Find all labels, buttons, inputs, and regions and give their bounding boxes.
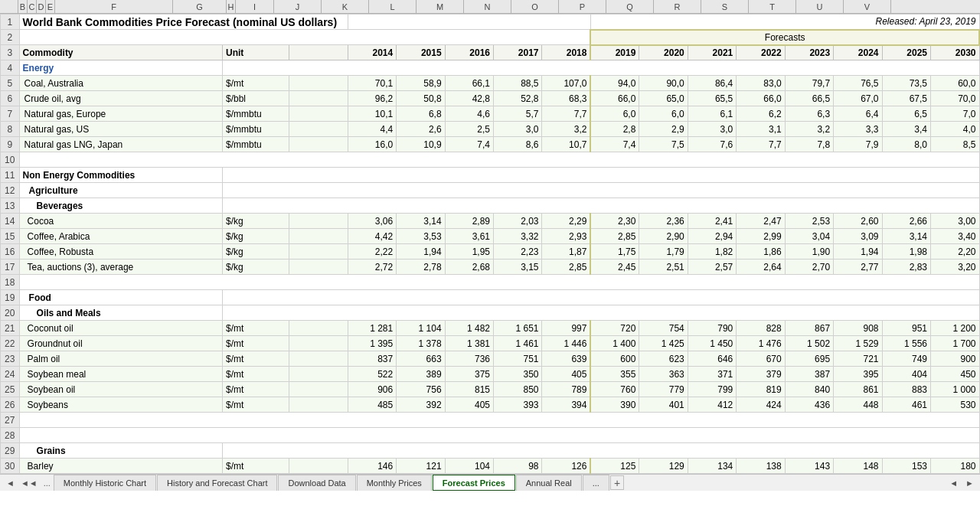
row-tea: 17 Tea, auctions (3), average $/kg 2,72 … xyxy=(1,260,980,275)
rownum-4: 4 xyxy=(1,60,20,76)
row-blank-18: 18 xyxy=(1,275,980,290)
col-header-h: H xyxy=(227,0,236,13)
col-header-p: P xyxy=(559,0,606,13)
row-cocoa: 14 Cocoa $/kg 3,06 3,14 2,89 2,03 2,29 2… xyxy=(1,214,980,229)
section-beverages: Beverages xyxy=(19,198,222,214)
coal-2017: 88,5 xyxy=(494,76,542,91)
col-header-j: J xyxy=(274,0,322,13)
row-grains-section: 29 Grains xyxy=(1,443,980,459)
row-groundnut-oil: 22 Groundnut oil $/mt 1 395 1 378 1 381 … xyxy=(1,336,980,351)
col-header-k: K xyxy=(322,0,369,13)
row-barley: 30 Barley $/mt 146 121 104 98 126 125 12… xyxy=(1,459,980,474)
header-2019: 2019 xyxy=(590,45,639,60)
header-unit: Unit xyxy=(222,45,289,60)
row-blank-28: 28 xyxy=(1,428,980,443)
rownum-2: 2 xyxy=(1,30,20,45)
tab-ellipsis-left: ... xyxy=(41,478,54,488)
rownum-11: 11 xyxy=(1,168,20,183)
row-coal: 5 Coal, Australia $/mt 70,1 58,9 66,1 88… xyxy=(1,76,980,91)
tab-nav-prev2[interactable]: ◄◄ xyxy=(18,478,41,488)
col-header-o: O xyxy=(511,0,559,13)
row-natgas-eu: 7 Natural gas, Europe $/mmbtu 10,1 6,8 4… xyxy=(1,106,980,122)
row-title: 1 World Bank Commodities Price Forecast … xyxy=(1,15,980,30)
rownum-20: 20 xyxy=(1,305,20,321)
col-header-c: C xyxy=(28,0,37,13)
tab-nav-prev[interactable]: ◄ xyxy=(3,478,18,488)
coal-2019: 94,0 xyxy=(590,76,639,91)
section-agriculture: Agriculture xyxy=(19,183,222,198)
col-header-v: V xyxy=(844,0,891,13)
row-food: 19 Food xyxy=(1,290,980,305)
rownum-24: 24 xyxy=(1,367,20,382)
rownum-8: 8 xyxy=(1,122,20,137)
col-header-row: B C D E F G H I J K L M N O P Q R S T U … xyxy=(0,0,980,14)
header-2020: 2020 xyxy=(639,45,688,60)
tab-monthly-historic[interactable]: Monthly Historic Chart xyxy=(54,475,156,491)
tab-add-button[interactable]: + xyxy=(610,475,624,490)
coal-2022: 83,0 xyxy=(737,76,785,91)
rownum-18: 18 xyxy=(1,275,20,290)
tab-history-forecast[interactable]: History and Forecast Chart xyxy=(157,475,277,491)
row-coffee-arabica: 15 Coffee, Arabica $/kg 4,42 3,53 3,61 3… xyxy=(1,229,980,244)
data-table: 1 World Bank Commodities Price Forecast … xyxy=(0,14,980,474)
col-header-d: D xyxy=(37,0,46,13)
row-blank-27: 27 xyxy=(1,413,980,428)
spacer-2 xyxy=(19,30,590,45)
row-palm-oil: 23 Palm oil $/mt 837 663 736 751 639 600… xyxy=(1,351,980,367)
header-2015: 2015 xyxy=(397,45,445,60)
col-header-m: M xyxy=(416,0,464,13)
row-natgas-us: 8 Natural gas, US $/mmbtu 4,4 2,6 2,5 3,… xyxy=(1,122,980,137)
lng-name: Natural gas LNG, Japan xyxy=(19,137,222,152)
coal-name: Coal, Australia xyxy=(19,76,222,91)
row-oils: 20 Oils and Meals xyxy=(1,305,980,321)
section-nonenergy: Non Energy Commodities xyxy=(19,168,222,183)
rownum-17: 17 xyxy=(1,260,20,275)
rownum-30: 30 xyxy=(1,459,20,474)
rownum-3: 3 xyxy=(1,45,20,60)
section-energy: Energy xyxy=(19,60,222,76)
tab-annual-real[interactable]: Annual Real xyxy=(516,475,582,491)
coal-2015: 58,9 xyxy=(397,76,445,91)
rownum-16: 16 xyxy=(1,244,20,260)
row-coconut-oil: 21 Coconut oil $/mt 1 281 1 104 1 482 1 … xyxy=(1,321,980,336)
rownum-10: 10 xyxy=(1,152,20,168)
rownum-9: 9 xyxy=(1,137,20,152)
natgas-eu-name: Natural gas, Europe xyxy=(19,106,222,122)
rownum-1: 1 xyxy=(1,15,20,30)
col-header-e: E xyxy=(46,0,55,13)
header-2018: 2018 xyxy=(542,45,590,60)
tab-forecast-prices[interactable]: Forecast Prices xyxy=(433,475,515,491)
col-header-i: I xyxy=(236,0,274,13)
row-agriculture: 12 Agriculture xyxy=(1,183,980,198)
col-header-s: S xyxy=(701,0,749,13)
spreadsheet: B C D E F G H I J K L M N O P Q R S T U … xyxy=(0,0,980,491)
rownum-14: 14 xyxy=(1,214,20,229)
section-food: Food xyxy=(19,290,222,305)
col-header-r: R xyxy=(654,0,701,13)
row-lng: 9 Natural gas LNG, Japan $/mmbtu 16,0 10… xyxy=(1,137,980,152)
rownum-29: 29 xyxy=(1,443,20,459)
crude-unit: $/bbl xyxy=(222,91,289,106)
row-soybean-oil: 25 Soybean oil $/mt 906 756 815 850 789 … xyxy=(1,382,980,397)
coal-2025: 73,5 xyxy=(882,76,930,91)
col-header-t: T xyxy=(749,0,796,13)
rownum-25: 25 xyxy=(1,382,20,397)
coal-2023: 79,7 xyxy=(785,76,833,91)
section-grains: Grains xyxy=(19,443,222,459)
tab-download-data[interactable]: Download Data xyxy=(278,475,355,491)
coal-2020: 90,0 xyxy=(639,76,688,91)
tab-monthly-prices[interactable]: Monthly Prices xyxy=(357,475,432,491)
tab-scroll-left[interactable]: ◄ xyxy=(946,478,961,488)
cocoa-name: Cocoa xyxy=(19,214,222,229)
section-oils: Oils and Meals xyxy=(19,305,222,321)
row-beverages: 13 Beverages xyxy=(1,198,980,214)
rownum-26: 26 xyxy=(1,397,20,413)
row-col-headers: 3 Commodity Unit 2014 2015 2016 2017 201… xyxy=(1,45,980,60)
forecasts-label-cell: Forecasts xyxy=(590,30,979,45)
coal-2014: 70,1 xyxy=(348,76,396,91)
coal-2016: 66,1 xyxy=(445,76,493,91)
tab-scroll-right[interactable]: ► xyxy=(962,478,977,488)
col-header-g: G xyxy=(173,0,227,13)
tab-more[interactable]: ... xyxy=(583,475,609,491)
coal-unit: $/mt xyxy=(222,76,289,91)
